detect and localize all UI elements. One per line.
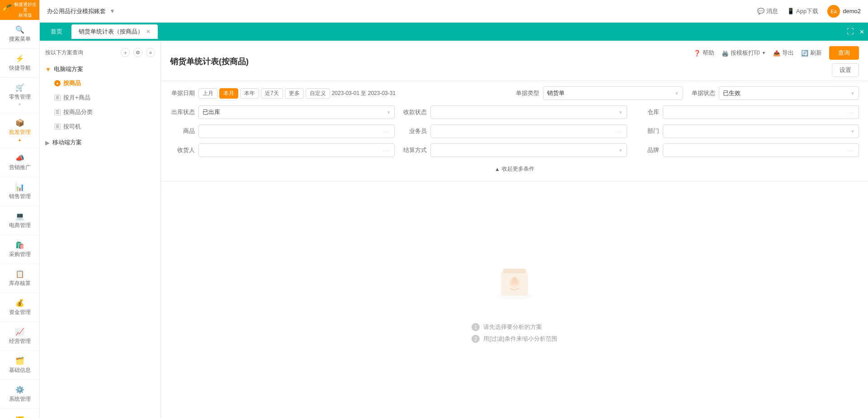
message-icon: 💬 xyxy=(757,8,764,14)
sidebar-item-ecommerce[interactable]: 💻 电商管理 xyxy=(0,206,39,235)
sidebar-item-label: 营销推广 xyxy=(2,164,38,171)
sidebar-item-inventory[interactable]: 📋 库存核算 xyxy=(0,264,39,293)
collapse-panel-btn[interactable]: « xyxy=(146,48,155,57)
sidebar-item-operation[interactable]: 📈 经营管理 xyxy=(0,322,39,351)
export-icon: 📤 xyxy=(773,50,780,57)
sidebar-item-marketing[interactable]: 📣 营销推广 xyxy=(0,148,39,177)
filter-brand: 品牌 ··· xyxy=(634,143,859,157)
user-profile[interactable]: Ea demo2 xyxy=(827,5,861,18)
tab-expand-btn[interactable]: ⛶ xyxy=(847,28,854,36)
query-btn[interactable]: 查询 xyxy=(829,46,859,60)
arrow-right-icon: ▶ xyxy=(45,139,50,146)
sidebar-item-label: 快捷导航 xyxy=(2,64,38,72)
collect-status-label: 收款状态 xyxy=(402,108,427,116)
scheme-group-mobile-header[interactable]: ▶ 移动端方案 xyxy=(40,136,160,149)
sidebar-item-shortcut[interactable]: ⚡ 快捷导航 xyxy=(0,49,39,78)
settings-scheme-btn[interactable]: ⚙ xyxy=(133,48,142,57)
sidebar-item-base[interactable]: 🗂️ 基础信息 xyxy=(0,351,39,380)
sidebar-item-wholesale[interactable]: 📦 批发管理 ▲ xyxy=(0,113,39,148)
recipient-label: 收货人 xyxy=(170,146,195,154)
tab-home[interactable]: 首页 xyxy=(43,24,70,39)
dept-label: 部门 xyxy=(634,127,659,135)
sidebar-item-finance[interactable]: 💰 资金管理 xyxy=(0,293,39,322)
date-btn-more[interactable]: 更多 xyxy=(285,88,304,99)
sidebar-item-label: 经营管理 xyxy=(2,337,38,345)
filter-salesperson: 业务员 ··· xyxy=(402,124,627,138)
help-btn[interactable]: ❓ 帮助 xyxy=(693,49,714,57)
scheme-item-by-product[interactable]: ● 按商品 xyxy=(40,76,160,90)
out-status-select[interactable]: 已出库 ▼ xyxy=(198,105,395,119)
brand-label: 品牌 xyxy=(634,146,659,154)
payment-select[interactable]: ▼ xyxy=(430,143,627,157)
sidebar-item-label: 采购管理 xyxy=(2,251,38,258)
filter-doc-type: 单据类型 销货单 ▼ xyxy=(514,86,683,100)
sidebar-item-purchase[interactable]: 🛍️ 采购管理 xyxy=(0,235,39,264)
retail-icon: 🛒 xyxy=(2,83,38,92)
scheme-group-desktop-header[interactable]: ▼ 电脑端方案 xyxy=(40,62,160,76)
page-title: 销货单统计表(按商品) xyxy=(170,56,249,67)
empty-hint-2: 2 用[过滤]条件来缩小分析范围 xyxy=(472,335,557,343)
date-btn-last-month[interactable]: 上月 xyxy=(198,88,217,99)
chevron-down-icon: ▼ xyxy=(850,91,855,96)
export-btn[interactable]: 📤 导出 xyxy=(773,49,794,57)
collect-status-select[interactable]: ▼ xyxy=(430,105,627,119)
salesperson-input[interactable]: ··· xyxy=(430,124,627,138)
date-btn-this-month[interactable]: 本月 xyxy=(219,88,238,99)
help-icon: ❓ xyxy=(693,50,701,57)
dept-select[interactable]: ▼ xyxy=(663,124,859,138)
download-icon: 📱 xyxy=(787,8,794,14)
dropdown-icon[interactable]: ▼ xyxy=(109,8,115,14)
print-btn[interactable]: 🖨️ 按模板打印 ▼ xyxy=(722,49,766,57)
filter-row-1: 单据日期 上月 本月 本年 近7天 更多 自定义 2023-03-01 至 20… xyxy=(170,86,859,100)
tab-close-icon[interactable]: ✕ xyxy=(146,28,151,35)
collapse-more-btn[interactable]: ▲ 收起更多条件 xyxy=(170,162,859,176)
message-btn[interactable]: 💬 消息 xyxy=(757,7,778,15)
tab-bar: 首页 销货单统计表（按商品） ✕ ⛶ ✕ xyxy=(40,23,868,41)
logo-icon: 🍊 xyxy=(2,4,13,15)
add-scheme-btn[interactable]: ＋ xyxy=(121,48,130,57)
product-label: 商品 xyxy=(170,127,195,135)
filter-doc-status: 单据状态 已生效 ▼ xyxy=(690,86,859,100)
app-download-btn[interactable]: 📱 App下载 xyxy=(787,7,818,15)
inventory-icon: 📋 xyxy=(2,270,38,278)
action-row: ❓ 帮助 🖨️ 按模板打印 ▼ 📤 导出 � xyxy=(693,46,859,60)
filter-payment: 结算方式 ▼ xyxy=(402,143,627,157)
brand-input[interactable]: ··· xyxy=(663,143,859,157)
product-input[interactable]: ··· xyxy=(198,124,395,138)
filter-recipient: 收货人 ··· xyxy=(170,143,395,157)
chevron-down-icon: ▼ xyxy=(675,91,679,96)
refresh-btn[interactable]: 🔄 刷新 xyxy=(801,49,822,57)
sidebar-item-system[interactable]: ⚙️ 系统管理 xyxy=(0,380,39,409)
date-btn-this-year[interactable]: 本年 xyxy=(240,88,259,99)
more-icon: ··· xyxy=(383,147,391,154)
scheme-item-by-month-product[interactable]: ☰ 按月+商品 xyxy=(40,90,160,105)
close-window-btn[interactable]: ✕ xyxy=(859,28,864,35)
chevron-down-icon: ▼ xyxy=(386,110,391,115)
scheme-group-mobile: ▶ 移动端方案 xyxy=(40,136,160,149)
doc-status-value: 已生效 xyxy=(723,89,741,97)
date-label: 单据日期 xyxy=(170,89,195,97)
warehouse-input[interactable]: ··· xyxy=(663,105,859,119)
sidebar-item-enterprise[interactable]: 🤝 企业协同 xyxy=(0,409,39,418)
sidebar-item-sales[interactable]: 📊 销售管理 xyxy=(0,177,39,206)
setting-btn[interactable]: 设置 xyxy=(832,63,859,77)
scheme-item-by-cashier[interactable]: ☰ 按司机 xyxy=(40,119,160,134)
shortcut-icon: ⚡ xyxy=(2,54,38,63)
empty-illustration xyxy=(487,253,542,316)
sidebar-item-search[interactable]: 🔍 搜索菜单 xyxy=(0,20,39,49)
doc-status-select[interactable]: 已生效 ▼ xyxy=(719,86,859,100)
doc-type-select[interactable]: 销货单 ▼ xyxy=(543,86,683,100)
date-btn-group: 上月 本月 本年 近7天 更多 自定义 2023-03-01 至 2023-03… xyxy=(198,88,507,99)
date-btn-7days[interactable]: 近7天 xyxy=(261,88,283,99)
recipient-input[interactable]: ··· xyxy=(198,143,395,157)
logo-text: 畅捷通好生意 标准版 xyxy=(13,2,38,18)
print-dropdown-icon: ▼ xyxy=(762,51,766,55)
tab-sales-stat[interactable]: 销货单统计表（按商品） ✕ xyxy=(71,24,158,39)
refresh-icon: 🔄 xyxy=(801,50,808,57)
sidebar-item-retail[interactable]: 🛒 零售管理 ▼ xyxy=(0,78,39,113)
chevron-down-icon: ▼ xyxy=(618,110,623,115)
scheme-item-icon: ☰ xyxy=(54,124,61,130)
scheme-item-by-product-cat[interactable]: ☰ 按商品分类 xyxy=(40,105,160,119)
date-btn-custom[interactable]: 自定义 xyxy=(306,88,330,99)
date-range: 2023-03-01 至 2023-03-31 xyxy=(332,90,396,97)
